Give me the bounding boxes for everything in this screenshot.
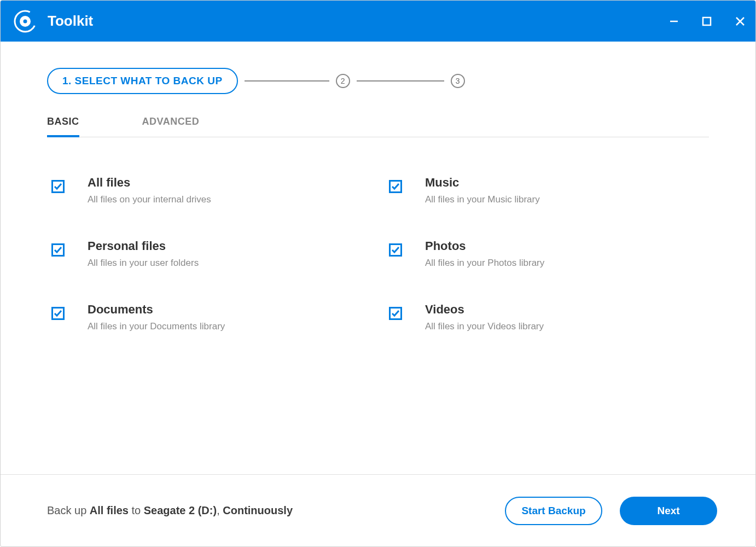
option-personal-files: Personal files All files in your user fo… <box>51 239 367 269</box>
checkbox-photos[interactable] <box>389 243 402 257</box>
svg-point-2 <box>24 19 27 23</box>
tab-advanced[interactable]: ADVANCED <box>142 116 200 137</box>
stepper-line <box>357 80 444 82</box>
option-desc: All files in your Photos library <box>425 258 544 269</box>
option-videos: Videos All files in your Videos library <box>389 302 705 332</box>
checkbox-documents[interactable] <box>51 307 65 320</box>
app-window: Toolkit 1. SELECT WHAT TO BACK UP 2 3 BA… <box>0 0 756 547</box>
app-icon <box>14 10 37 33</box>
option-desc: All files in your Videos library <box>425 321 544 332</box>
start-backup-button[interactable]: Start Backup <box>505 497 602 525</box>
backup-options-grid: All files All files on your internal dri… <box>47 137 709 332</box>
svg-rect-4 <box>703 18 711 25</box>
summary-prefix: Back up <box>47 504 90 516</box>
step-3[interactable]: 3 <box>451 74 465 88</box>
option-desc: All files in your Documents library <box>88 321 225 332</box>
option-text: Videos All files in your Videos library <box>425 302 544 332</box>
option-music: Music All files in your Music library <box>389 176 705 205</box>
summary-sep: , <box>217 504 223 516</box>
option-all-files: All files All files on your internal dri… <box>51 176 367 205</box>
option-title: Videos <box>425 302 544 317</box>
stepper-line <box>245 80 329 82</box>
option-text: Documents All files in your Documents li… <box>88 302 225 332</box>
summary-freq: Continuously <box>223 504 293 516</box>
close-button[interactable] <box>735 16 746 27</box>
checkbox-music[interactable] <box>389 180 402 193</box>
checkbox-personal-files[interactable] <box>51 243 65 257</box>
option-text: Music All files in your Music library <box>425 176 540 205</box>
option-title: Personal files <box>88 239 199 253</box>
app-title: Toolkit <box>48 13 93 30</box>
option-title: Photos <box>425 239 544 253</box>
option-documents: Documents All files in your Documents li… <box>51 302 367 332</box>
option-text: Personal files All files in your user fo… <box>88 239 199 269</box>
titlebar-left: Toolkit <box>14 10 93 33</box>
option-desc: All files in your user folders <box>88 258 199 269</box>
minimize-button[interactable] <box>669 16 679 26</box>
option-title: Music <box>425 176 540 190</box>
option-text: All files All files on your internal dri… <box>88 176 211 205</box>
next-button[interactable]: Next <box>620 497 717 525</box>
option-title: Documents <box>88 302 225 317</box>
checkbox-all-files[interactable] <box>51 180 65 193</box>
tabs: BASIC ADVANCED <box>47 116 709 137</box>
title-bar: Toolkit <box>1 1 755 42</box>
stepper: 1. SELECT WHAT TO BACK UP 2 3 <box>47 42 709 116</box>
backup-summary: Back up All files to Seagate 2 (D:), Con… <box>47 504 293 517</box>
window-controls <box>669 16 746 27</box>
checkbox-videos[interactable] <box>389 307 402 320</box>
summary-dest: Seagate 2 (D:) <box>144 504 217 516</box>
option-desc: All files on your internal drives <box>88 194 211 205</box>
step-1-active: 1. SELECT WHAT TO BACK UP <box>47 68 238 94</box>
footer: Back up All files to Seagate 2 (D:), Con… <box>1 474 755 546</box>
option-title: All files <box>88 176 211 190</box>
summary-what: All files <box>90 504 129 516</box>
footer-buttons: Start Backup Next <box>505 497 717 525</box>
option-desc: All files in your Music library <box>425 194 540 205</box>
option-text: Photos All files in your Photos library <box>425 239 544 269</box>
option-photos: Photos All files in your Photos library <box>389 239 705 269</box>
main-content: 1. SELECT WHAT TO BACK UP 2 3 BASIC ADVA… <box>1 42 755 474</box>
maximize-button[interactable] <box>702 16 712 26</box>
summary-to: to <box>129 504 144 516</box>
step-2[interactable]: 2 <box>336 74 350 88</box>
tab-basic[interactable]: BASIC <box>47 116 79 137</box>
